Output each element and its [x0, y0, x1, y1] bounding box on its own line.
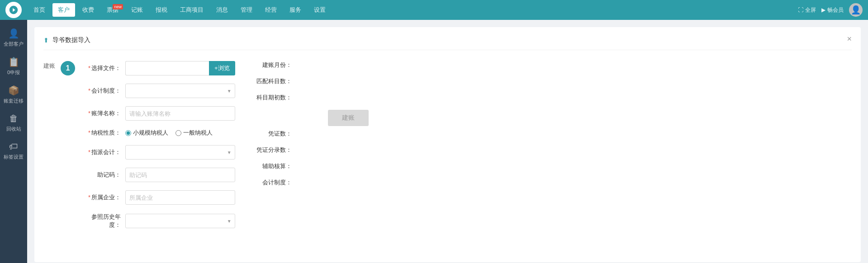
page-card: ⬆ 导爷数据导入 × 建账 1 *选择文件： — [34, 27, 861, 262]
sidebar-item-migrate[interactable]: 📦 账套迁移 — [0, 80, 27, 109]
nav-service[interactable]: 服务 — [284, 3, 307, 17]
accounting-system-row: *会计制度： ▼ — [82, 84, 235, 98]
app-logo[interactable] — [5, 2, 22, 18]
recycle-icon: 🗑 — [9, 113, 18, 124]
auxiliary-label: 辅助核算： — [253, 162, 292, 170]
build-month-row: 建账月份： — [253, 61, 443, 69]
content-area: ⬆ 导爷数据导入 × 建账 1 *选择文件： — [27, 20, 868, 263]
step-circle: 1 — [61, 61, 75, 75]
file-input-group: +浏览 — [125, 61, 235, 75]
migrate-icon: 📦 — [8, 85, 19, 96]
sidebar-item-all-customers[interactable]: 👤 全部客户 — [0, 23, 27, 52]
nav-customer[interactable]: 客户 — [52, 3, 75, 17]
right-accounting-system-row: 会计制度： — [253, 178, 443, 187]
assign-accountant-label: *指派会计： — [82, 148, 121, 156]
nav-manage[interactable]: 管理 — [235, 3, 258, 17]
user-avatar[interactable]: 👤 — [849, 3, 863, 17]
memo-code-row: 助记码： — [82, 168, 235, 182]
file-label: *选择文件： — [82, 64, 121, 72]
file-input[interactable] — [125, 61, 209, 75]
memo-code-input[interactable] — [125, 168, 235, 182]
entity-row: *所属企业： — [82, 190, 235, 205]
sidebar-item-recycle[interactable]: 🗑 回收站 — [0, 109, 27, 137]
sidebar-item-declaration[interactable]: 📋 0申报 — [0, 52, 27, 80]
voucher-entries-row: 凭证分录数： — [253, 146, 443, 154]
tax-type-row: *纳税性质： 小规模纳税人 一般纳税人 — [82, 129, 235, 137]
voucher-entries-label: 凭证分录数： — [253, 146, 292, 154]
accounting-system-label: *会计制度： — [82, 87, 121, 95]
build-month-label: 建账月份： — [253, 61, 292, 69]
nav-message[interactable]: 消息 — [211, 3, 233, 17]
nav-settings[interactable]: 设置 — [308, 3, 331, 17]
new-badge: new — [113, 4, 123, 9]
match-subjects-row: 匹配科目数： — [253, 77, 443, 85]
entity-input[interactable] — [125, 190, 235, 205]
close-button[interactable]: × — [847, 34, 852, 44]
browse-button[interactable]: +浏览 — [209, 61, 235, 75]
reference-year-select-wrapper: ▼ — [125, 214, 235, 228]
fullscreen-button[interactable]: ⛶ 全屏 — [798, 6, 816, 14]
ledger-name-label: *账簿名称： — [82, 109, 121, 117]
file-row: *选择文件： +浏览 — [82, 61, 235, 75]
page-title: 导爷数据导入 — [52, 36, 90, 44]
reference-year-select[interactable] — [125, 214, 235, 228]
top-navigation: 首页 客户 收费 票据 new 记账 报税 工商项目 消息 管理 经营 服务 设… — [0, 0, 868, 20]
vip-button[interactable]: ▶ 畅会员 — [821, 6, 844, 14]
assign-accountant-select[interactable] — [125, 145, 235, 160]
tax-type-radio-group: 小规模纳税人 一般纳税人 — [125, 129, 213, 137]
step-label: 建账 — [43, 62, 55, 70]
voucher-count-label: 凭证数： — [253, 130, 292, 138]
ledger-name-row: *账簿名称： — [82, 106, 235, 121]
main-layout: 👤 全部客户 📋 0申报 📦 账套迁移 🗑 回收站 🏷 标签设置 ⬆ 导爷数据导… — [0, 20, 868, 263]
all-customers-icon: 👤 — [8, 28, 19, 39]
form-right: 建账月份： 匹配科目数： 科目期初数： 建账 — [253, 61, 443, 237]
tags-icon: 🏷 — [9, 141, 18, 152]
declaration-icon: 📋 — [8, 56, 19, 67]
right-accounting-system-label: 会计制度： — [253, 178, 292, 187]
nav-right-actions: ⛶ 全屏 ▶ 畅会员 👤 — [798, 3, 863, 17]
auxiliary-row: 辅助核算： — [253, 162, 443, 170]
assign-accountant-select-wrapper: ▼ — [125, 145, 235, 160]
initial-count-row: 科目期初数： — [253, 94, 443, 102]
small-taxpayer-radio[interactable]: 小规模纳税人 — [125, 129, 168, 137]
build-btn-area: 建账 — [253, 110, 443, 126]
nav-fee[interactable]: 收费 — [77, 3, 100, 17]
form-left: *选择文件： +浏览 *会计制度： — [82, 61, 235, 237]
form-area: 建账 1 *选择文件： +浏览 — [43, 61, 852, 237]
memo-code-label: 助记码： — [82, 171, 121, 179]
ledger-name-input[interactable] — [125, 106, 235, 121]
voucher-count-row: 凭证数： — [253, 130, 443, 138]
nav-bookkeeping[interactable]: 记账 — [126, 3, 148, 17]
nav-invoice[interactable]: 票据 new — [101, 3, 124, 17]
initial-count-label: 科目期初数： — [253, 94, 292, 102]
page-header: ⬆ 导爷数据导入 — [43, 36, 852, 50]
sidebar-item-tags[interactable]: 🏷 标签设置 — [0, 137, 27, 165]
general-taxpayer-radio[interactable]: 一般纳税人 — [175, 129, 213, 137]
match-subjects-label: 匹配科目数： — [253, 77, 292, 85]
sidebar: 👤 全部客户 📋 0申报 📦 账套迁移 🗑 回收站 🏷 标签设置 — [0, 20, 27, 263]
accounting-system-select[interactable] — [125, 84, 235, 98]
accounting-system-select-wrapper: ▼ — [125, 84, 235, 98]
entity-label: *所属企业： — [82, 193, 121, 202]
nav-business[interactable]: 工商项目 — [175, 3, 209, 17]
assign-accountant-row: *指派会计： ▼ — [82, 145, 235, 160]
reference-year-label: 参照历史年度： — [82, 213, 121, 229]
build-button[interactable]: 建账 — [328, 110, 369, 126]
tax-type-label: *纳税性质： — [82, 129, 121, 137]
reference-year-row: 参照历史年度： ▼ — [82, 213, 235, 229]
nav-tax[interactable]: 报税 — [150, 3, 173, 17]
step-indicator: 建账 1 — [43, 61, 75, 75]
nav-operation[interactable]: 经营 — [260, 3, 282, 17]
nav-home[interactable]: 首页 — [28, 3, 51, 17]
import-icon: ⬆ — [43, 37, 49, 44]
